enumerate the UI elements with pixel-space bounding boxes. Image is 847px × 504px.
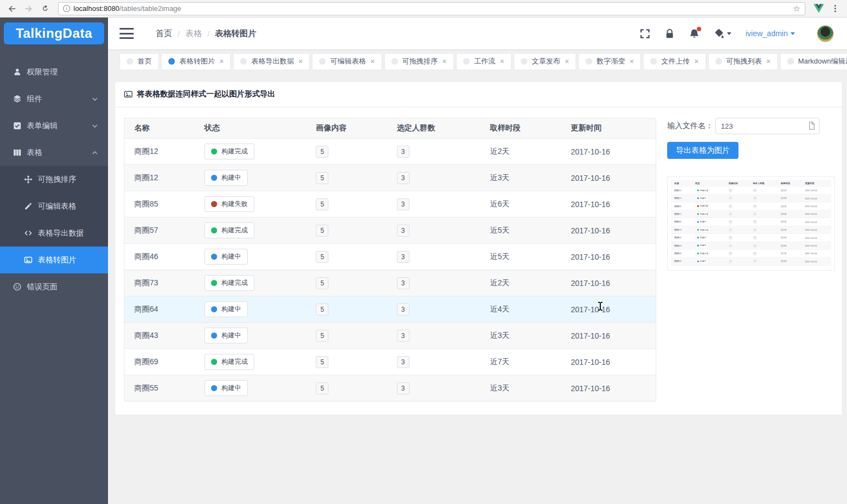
page-tag-9[interactable]: 可拖拽列表× — [708, 53, 778, 70]
browser-menu-icon[interactable] — [828, 2, 842, 15]
export-image-button[interactable]: 导出表格为图片 — [667, 142, 738, 159]
tag-dot — [391, 58, 398, 65]
table-row[interactable]: 商圈73构建完成53近2天2017-10-16 — [124, 270, 656, 296]
user-menu[interactable]: iview_admin — [746, 29, 795, 38]
user-avatar[interactable] — [817, 25, 834, 42]
table-row[interactable]: 商圈12构建中53近3天2017-10-16 — [124, 165, 656, 191]
theme-switcher[interactable] — [714, 28, 731, 39]
vue-devtools-icon[interactable] — [812, 2, 825, 15]
sidebar-item-3[interactable]: 表格 — [0, 139, 108, 166]
tag-close-icon[interactable]: × — [442, 58, 447, 65]
page-tag-7[interactable]: 数字渐变× — [578, 53, 641, 70]
cell-name: 商圈57 — [671, 210, 692, 217]
fullscreen-icon[interactable] — [640, 28, 650, 39]
cell-portrait-count: 5 — [726, 226, 750, 233]
cell-period: 近5天 — [778, 210, 802, 217]
cell-portrait-count: 5 — [306, 349, 386, 375]
theme-paint-icon — [714, 28, 724, 39]
address-bar[interactable]: i localhost:8080/tables/table2image ☆ — [58, 2, 805, 15]
table-row[interactable]: 商圈85构建失败53近6天2017-10-16 — [124, 191, 656, 217]
checkbox-icon — [13, 122, 21, 130]
table-row[interactable]: 商圈55构建中53近3天2017-10-16 — [124, 375, 656, 402]
audience-count-tag: 3 — [397, 225, 410, 237]
tag-close-icon[interactable]: × — [629, 58, 634, 65]
page-info-icon[interactable]: i — [63, 5, 70, 12]
tag-close-icon[interactable]: × — [370, 58, 374, 65]
sidebar-item-0[interactable]: 权限管理 — [0, 59, 108, 85]
page-tag-5[interactable]: 工作流× — [456, 53, 511, 70]
cell-portrait-count: 5 — [306, 191, 386, 217]
audience-count-tag: 3 — [397, 146, 410, 158]
tag-close-icon[interactable]: × — [298, 58, 303, 65]
cell-status: 构建中 — [692, 234, 726, 242]
browser-reload-icon[interactable] — [38, 2, 52, 15]
tag-dot — [585, 58, 592, 65]
page-tag-8[interactable]: 文件上传× — [643, 53, 706, 70]
tag-close-icon[interactable]: × — [219, 58, 224, 65]
browser-back-icon[interactable] — [5, 2, 19, 15]
status-badge: 构建中 — [695, 243, 708, 248]
lock-screen-icon[interactable] — [664, 28, 675, 39]
filename-input[interactable] — [715, 118, 820, 134]
page-tag-1[interactable]: 表格转图片× — [161, 53, 231, 70]
cell-portrait-count: 5 — [726, 218, 750, 226]
url-text: localhost:8080/tables/table2image — [73, 4, 790, 13]
table-row: 商圈55构建中53近3天2017-10-16 — [671, 257, 831, 265]
cell-name: 商圈12 — [671, 186, 692, 194]
tag-close-icon[interactable]: × — [766, 58, 771, 65]
tag-close-icon[interactable]: × — [565, 58, 569, 65]
breadcrumb-home[interactable]: 首页 — [156, 28, 172, 39]
status-text: 构建完成 — [700, 228, 708, 231]
page-tag-4[interactable]: 可拖拽排序× — [384, 53, 454, 70]
sidebar-subitem-3[interactable]: 表格转图片 — [0, 247, 108, 273]
cell-name: 商圈46 — [671, 218, 692, 226]
sidebar-subitem-1[interactable]: 可编辑表格 — [0, 193, 108, 220]
table-header: 名称状态画像内容选定人群数取样时段更新时间 — [124, 118, 656, 139]
sidebar-item-1[interactable]: 组件 — [0, 85, 108, 112]
theme-caret-icon — [727, 32, 731, 35]
table-row: 商圈64构建中53近4天2017-10-16 — [671, 234, 831, 242]
move-icon — [24, 175, 32, 184]
column-header: 更新时间 — [802, 180, 831, 186]
page-tag-6[interactable]: 文章发布× — [514, 53, 576, 70]
cell-portrait-count: 5 — [306, 296, 386, 323]
page-tag-0[interactable]: 首页 — [120, 53, 159, 70]
sidebar-item-bottom-0[interactable]: 错误页面 — [0, 273, 108, 300]
status-text: 构建中 — [221, 173, 241, 182]
status-text: 构建完成 — [221, 226, 248, 235]
table-row[interactable]: 商圈46构建中53近5天2017-10-16 — [124, 244, 656, 270]
bookmark-star-icon[interactable]: ☆ — [793, 4, 800, 14]
chevron-down-icon — [92, 123, 98, 129]
table-row[interactable]: 商圈69构建完成53近7天2017-10-16 — [124, 349, 656, 375]
cell-name: 商圈57 — [124, 217, 195, 244]
audience-count-tag: 3 — [753, 212, 757, 216]
sidebar-item-2[interactable]: 表单编辑 — [0, 112, 108, 139]
column-header: 状态 — [692, 180, 726, 186]
portrait-count-tag: 5 — [316, 251, 328, 263]
column-header: 名称 — [124, 118, 195, 139]
table-row[interactable]: 商圈64构建中53近4天2017-10-16 — [124, 296, 656, 323]
table-row[interactable]: 商圈57构建完成53近5天2017-10-16 — [124, 217, 656, 244]
status-badge: 构建失败 — [204, 196, 254, 212]
tag-close-icon[interactable]: × — [694, 58, 698, 65]
notifications-bell-icon[interactable] — [689, 28, 700, 39]
cell-audience-count: 3 — [387, 270, 480, 296]
table-row[interactable]: 商圈43构建中53近3天2017-10-16 — [124, 323, 656, 349]
tag-close-icon[interactable]: × — [500, 58, 504, 65]
app-logo[interactable]: TalkingData — [4, 22, 104, 44]
sidebar-subitem-0[interactable]: 可拖拽排序 — [0, 166, 108, 193]
sidebar-toggle-icon[interactable] — [120, 28, 134, 39]
screen: i localhost:8080/tables/table2image ☆ Ta… — [0, 0, 847, 504]
page-tag-2[interactable]: 表格导出数据× — [233, 53, 310, 70]
cell-status: 构建中 — [692, 257, 726, 265]
page-tag-10[interactable]: Markdown编辑器× — [780, 53, 847, 70]
document-icon — [808, 122, 816, 130]
cell-updated: 2017-10-16 — [561, 244, 656, 270]
notification-badge — [697, 27, 701, 31]
page-tag-3[interactable]: 可编辑表格× — [312, 53, 382, 70]
table-row[interactable]: 商圈12构建完成53近2天2017-10-16 — [124, 139, 656, 165]
status-dot-error — [697, 205, 699, 207]
sidebar-subitem-2[interactable]: 表格导出数据 — [0, 220, 108, 247]
column-header: 选定人群数 — [750, 180, 778, 186]
cell-name: 商圈12 — [124, 139, 195, 165]
